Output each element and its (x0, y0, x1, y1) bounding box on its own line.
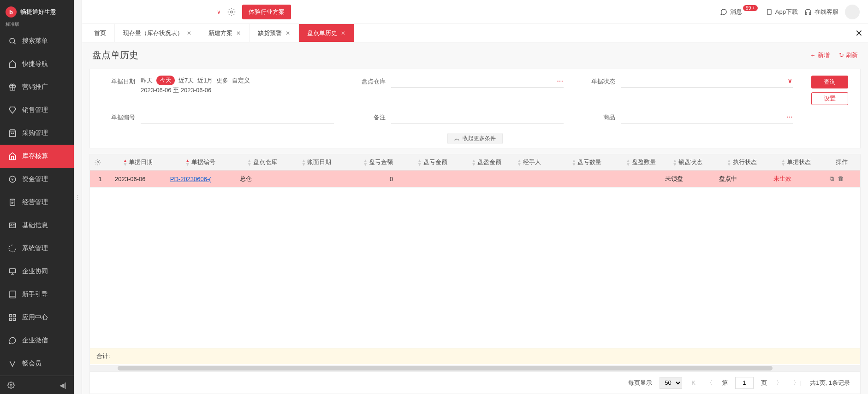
sidebar-item-13[interactable]: 企业微信 (0, 329, 74, 352)
tab-close-icon[interactable]: ✕ (187, 30, 191, 36)
cell-docno[interactable]: PD-20230606-( (166, 171, 235, 188)
sidebar-item-14[interactable]: 畅会员 (0, 352, 74, 375)
sum-row: 合计: (90, 348, 860, 364)
chevron-down-icon[interactable]: ∨ (217, 9, 221, 15)
tab-close-icon[interactable]: ✕ (341, 30, 345, 36)
add-label: 新增 (818, 51, 830, 59)
sidebar-item-9[interactable]: 系统管理 (0, 237, 74, 260)
sidebar-item-10[interactable]: 企业协同 (0, 260, 74, 283)
col-config-button[interactable] (90, 154, 110, 171)
sidebar-drag-handle[interactable]: ⋮ (74, 0, 82, 394)
th-lock-status[interactable]: ▲▼锁盘状态 (660, 154, 715, 171)
th-gain-amt[interactable]: ▲▼盘盈金额 (452, 154, 506, 171)
tabs-bar: 首页现存量（库存状况表）✕新建方案✕缺货预警✕盘点单历史✕ ✕ (82, 24, 868, 42)
svg-rect-21 (9, 318, 12, 321)
th-loss-amt[interactable]: ▲▼盘亏金额 (344, 154, 398, 171)
th-loss-qty[interactable]: ▲▼盘亏数量 (552, 154, 606, 171)
first-page-button[interactable]: K (690, 379, 697, 386)
quick-date-custom[interactable]: 自定义 (232, 76, 250, 85)
filter-warehouse-input[interactable] (391, 76, 563, 88)
cell-exec-status: 盘点中 (714, 171, 769, 188)
th-doc-status[interactable]: ▲▼单据状态 (769, 154, 823, 171)
close-all-tabs-button[interactable]: ✕ (850, 24, 868, 42)
tab-close-icon[interactable]: ✕ (285, 30, 290, 36)
tab-1[interactable]: 现存量（库存状况表）✕ (115, 24, 200, 42)
last-page-button[interactable]: 〉| (791, 379, 803, 387)
quick-date-7d[interactable]: 近7天 (178, 76, 194, 85)
sidebar-item-6[interactable]: ¥资金管理 (0, 168, 74, 191)
tab-3[interactable]: 缺货预警✕ (250, 24, 299, 42)
tab-close-icon[interactable]: ✕ (236, 30, 241, 36)
th-book-date[interactable]: ▲▼账面日期 (289, 154, 344, 171)
sidebar-item-5[interactable]: 库存核算 (0, 145, 74, 168)
sidebar-item-7[interactable]: 经营管理 (0, 191, 74, 214)
chevron-up-icon: ︽ (454, 135, 460, 142)
sidebar-item-12[interactable]: 应用中心 (0, 306, 74, 329)
th-exec-status[interactable]: ▲▼执行状态 (714, 154, 769, 171)
th-loss-amt2[interactable]: ▲▼盘亏金额 (398, 154, 452, 171)
th-gain-qty[interactable]: ▲▼盘盈数量 (606, 154, 660, 171)
quick-date-yesterday[interactable]: 昨天 (141, 76, 153, 85)
avatar[interactable] (845, 5, 860, 19)
filter-status-input[interactable] (621, 76, 793, 88)
view-icon[interactable]: ⧉ (830, 175, 834, 182)
cell-warehouse: 总仓 (235, 171, 290, 188)
tab-4[interactable]: 盘点单历史✕ (299, 24, 354, 42)
status-chevron-icon[interactable]: ∨ (788, 77, 793, 84)
cell-book-date (289, 171, 344, 188)
sidebar-item-4[interactable]: 采购管理 (0, 122, 74, 145)
sidebar-item-label: 搜索菜单 (22, 37, 48, 45)
prev-page-button[interactable]: 〈 (705, 379, 714, 387)
settings-icon[interactable] (7, 382, 15, 389)
filter-setting-button[interactable]: 设置 (811, 92, 848, 105)
tab-2[interactable]: 新建方案✕ (200, 24, 250, 42)
sidebar-item-3[interactable]: 销售管理 (0, 99, 74, 122)
messages-button[interactable]: 消息 99 + (720, 8, 760, 16)
quick-date-more[interactable]: 更多 (216, 76, 228, 85)
add-button[interactable]: ＋ 新增 (810, 51, 830, 59)
search-button[interactable]: 查询 (811, 76, 848, 88)
table-row[interactable]: 12023-06-06PD-20230606-(总仓0未锁盘盘点中未生效⧉🗑 (90, 171, 860, 188)
th-docno[interactable]: ▲▼单据编号 (166, 154, 235, 171)
next-page-button[interactable]: 〉 (774, 379, 784, 387)
delete-icon[interactable]: 🗑 (838, 175, 844, 182)
goods-more-icon[interactable]: ··· (786, 113, 793, 120)
warehouse-more-icon[interactable]: ··· (557, 77, 564, 84)
th-handler[interactable]: ▲▼经手人 (506, 154, 552, 171)
filter-docno-input[interactable] (141, 112, 334, 123)
sidebar-item-0[interactable]: 搜索菜单 (0, 29, 74, 53)
sidebar-item-1[interactable]: 快捷导航 (0, 53, 74, 76)
per-page-select[interactable]: 50 (660, 377, 682, 389)
filter-remark-input[interactable] (391, 112, 563, 123)
messages-label: 消息 (730, 8, 742, 16)
collapse-sidebar-icon[interactable]: ◀| (59, 382, 66, 389)
svg-rect-25 (767, 9, 771, 15)
sidebar-item-label: 企业协同 (22, 267, 48, 276)
sidebar-item-label: 经营管理 (22, 198, 48, 206)
tab-label: 现存量（库存状况表） (123, 29, 183, 37)
sidebar-item-11[interactable]: 新手引导 (0, 283, 74, 306)
sidebar-item-8[interactable]: 基础信息 (0, 214, 74, 237)
money-icon: ¥ (8, 175, 17, 183)
refresh-button[interactable]: ↻ 刷新 (839, 51, 858, 59)
industry-plan-button[interactable]: 体验行业方案 (242, 5, 291, 19)
app-download-button[interactable]: App下载 (766, 8, 798, 16)
company-selector[interactable] (90, 5, 210, 19)
loop-icon (8, 244, 17, 253)
online-service-button[interactable]: 在线客服 (804, 8, 838, 16)
th-warehouse[interactable]: ▲▼盘点仓库 (235, 154, 290, 171)
tab-label: 缺货预警 (258, 29, 282, 37)
collapse-filters-button[interactable]: ︽ 收起更多条件 (447, 133, 503, 144)
tab-0[interactable]: 首页 (86, 24, 115, 42)
result-table: ▲▼单据日期 ▲▼单据编号 ▲▼盘点仓库 ▲▼账面日期 ▲▼盘亏金额 ▲▼盘亏金… (89, 154, 861, 394)
th-date[interactable]: ▲▼单据日期 (110, 154, 166, 171)
sidebar-item-2[interactable]: 营销推广 (0, 76, 74, 99)
horizontal-scrollbar[interactable] (90, 365, 860, 371)
filter-goods-input[interactable] (621, 112, 793, 123)
quick-date-today[interactable]: 今天 (156, 76, 175, 85)
svg-rect-22 (13, 318, 16, 321)
gear-icon[interactable] (227, 8, 236, 16)
quick-date-1m[interactable]: 近1月 (197, 76, 213, 85)
house-icon (8, 152, 17, 160)
page-input[interactable] (735, 377, 754, 389)
